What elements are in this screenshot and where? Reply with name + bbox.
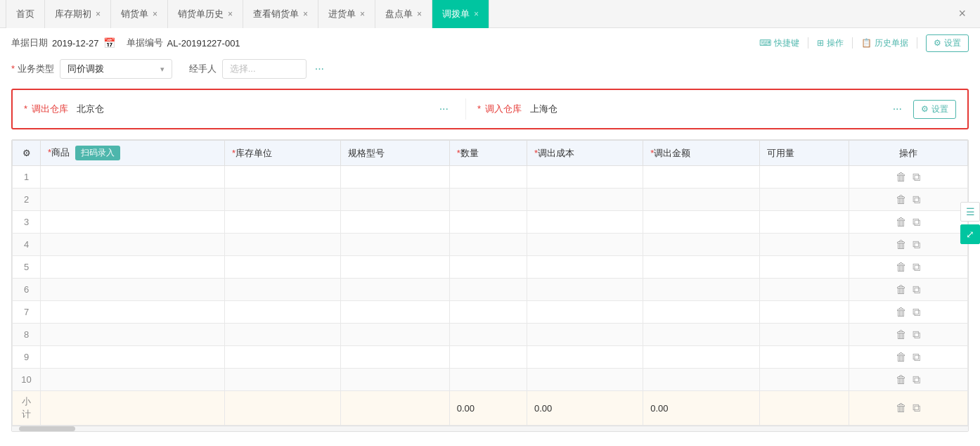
cost-cell[interactable] bbox=[527, 369, 643, 391]
copy-row-icon[interactable]: ⧉ bbox=[913, 306, 920, 318]
copy-row-icon[interactable]: ⧉ bbox=[913, 283, 920, 295]
tab-inventory-init[interactable]: 库存期初 × bbox=[45, 0, 111, 28]
spec-cell[interactable] bbox=[341, 324, 450, 346]
product-cell[interactable] bbox=[41, 234, 225, 256]
tab-sales-order-close[interactable]: × bbox=[153, 9, 157, 19]
scrollbar-thumb[interactable] bbox=[19, 426, 75, 431]
close-all-tabs[interactable]: × bbox=[950, 6, 974, 21]
qty-cell[interactable] bbox=[449, 346, 527, 369]
qty-cell[interactable] bbox=[449, 166, 527, 189]
product-cell[interactable] bbox=[41, 324, 225, 346]
shortcuts-btn[interactable]: ⌨ 快捷键 bbox=[759, 37, 799, 49]
tab-sales-order[interactable]: 销货单 × bbox=[111, 0, 168, 28]
available-cell[interactable] bbox=[759, 256, 849, 279]
product-cell[interactable] bbox=[41, 211, 225, 234]
warehouse-in-more-btn[interactable]: ··· bbox=[887, 103, 908, 115]
available-cell[interactable] bbox=[759, 234, 849, 256]
available-cell[interactable] bbox=[759, 369, 849, 391]
delete-icon[interactable]: 🗑 bbox=[896, 402, 907, 414]
tab-sales-history[interactable]: 销货单历史 × bbox=[168, 0, 243, 28]
amount-cell[interactable] bbox=[643, 189, 759, 211]
settings-button[interactable]: ⚙ 设置 bbox=[926, 34, 969, 52]
amount-cell[interactable] bbox=[643, 256, 759, 279]
tab-purchase-order-close[interactable]: × bbox=[360, 9, 365, 19]
copy-row-icon[interactable]: ⧉ bbox=[913, 171, 920, 183]
spec-cell[interactable] bbox=[341, 189, 450, 211]
amount-cell[interactable] bbox=[643, 346, 759, 369]
amount-cell[interactable] bbox=[643, 301, 759, 324]
cost-cell[interactable] bbox=[527, 256, 643, 279]
unit-cell[interactable] bbox=[224, 189, 340, 211]
spec-cell[interactable] bbox=[341, 234, 450, 256]
product-cell[interactable] bbox=[41, 279, 225, 301]
tab-view-sales[interactable]: 查看销货单 × bbox=[243, 0, 318, 28]
delete-row-icon[interactable]: 🗑 bbox=[896, 329, 907, 340]
calendar-icon[interactable]: 📅 bbox=[103, 37, 115, 49]
product-cell[interactable] bbox=[41, 369, 225, 391]
cost-cell[interactable] bbox=[527, 346, 643, 369]
qty-cell[interactable] bbox=[449, 369, 527, 391]
tab-home[interactable]: 首页 bbox=[6, 0, 45, 28]
available-cell[interactable] bbox=[759, 301, 849, 324]
qty-cell[interactable] bbox=[449, 234, 527, 256]
cost-cell[interactable] bbox=[527, 211, 643, 234]
copy-row-icon[interactable]: ⧉ bbox=[913, 261, 920, 273]
cost-cell[interactable] bbox=[527, 166, 643, 189]
available-cell[interactable] bbox=[759, 346, 849, 369]
delete-row-icon[interactable]: 🗑 bbox=[896, 216, 907, 228]
product-cell[interactable] bbox=[41, 301, 225, 324]
available-cell[interactable] bbox=[759, 211, 849, 234]
qty-cell[interactable] bbox=[449, 301, 527, 324]
history-btn[interactable]: 📋 历史单据 bbox=[861, 37, 908, 49]
spec-cell[interactable] bbox=[341, 301, 450, 324]
copy-row-icon[interactable]: ⧉ bbox=[913, 238, 920, 250]
tab-transfer[interactable]: 调拨单 × bbox=[432, 0, 489, 28]
tab-view-sales-close[interactable]: × bbox=[303, 9, 308, 19]
warehouse-settings-btn[interactable]: ⚙ 设置 bbox=[913, 100, 956, 119]
amount-cell[interactable] bbox=[643, 234, 759, 256]
qty-cell[interactable] bbox=[449, 324, 527, 346]
amount-cell[interactable] bbox=[643, 211, 759, 234]
available-cell[interactable] bbox=[759, 166, 849, 189]
delete-row-icon[interactable]: 🗑 bbox=[896, 306, 907, 318]
cost-cell[interactable] bbox=[527, 279, 643, 301]
delete-row-icon[interactable]: 🗑 bbox=[896, 374, 907, 386]
cost-cell[interactable] bbox=[527, 234, 643, 256]
tab-sales-history-close[interactable]: × bbox=[228, 9, 233, 19]
delete-row-icon[interactable]: 🗑 bbox=[896, 351, 907, 363]
warehouse-out-more-btn[interactable]: ··· bbox=[434, 103, 454, 115]
tab-transfer-close[interactable]: × bbox=[474, 9, 479, 19]
cost-cell[interactable] bbox=[527, 324, 643, 346]
qty-cell[interactable] bbox=[449, 189, 527, 211]
tab-stocktake-close[interactable]: × bbox=[417, 9, 422, 19]
unit-cell[interactable] bbox=[224, 346, 340, 369]
handler-more-btn[interactable]: ··· bbox=[312, 63, 327, 75]
float-expand-btn[interactable]: ⤢ bbox=[960, 224, 980, 244]
available-cell[interactable] bbox=[759, 189, 849, 211]
copy-row-icon[interactable]: ⧉ bbox=[913, 193, 920, 205]
qty-cell[interactable] bbox=[449, 211, 527, 234]
unit-cell[interactable] bbox=[224, 211, 340, 234]
product-cell[interactable] bbox=[41, 256, 225, 279]
copy-row-icon[interactable]: ⧉ bbox=[913, 329, 920, 340]
product-cell[interactable] bbox=[41, 346, 225, 369]
spec-cell[interactable] bbox=[341, 211, 450, 234]
available-cell[interactable] bbox=[759, 324, 849, 346]
spec-cell[interactable] bbox=[341, 369, 450, 391]
available-cell[interactable] bbox=[759, 279, 849, 301]
tab-inventory-init-close[interactable]: × bbox=[96, 9, 101, 19]
unit-cell[interactable] bbox=[224, 324, 340, 346]
operations-btn[interactable]: ⊞ 操作 bbox=[817, 37, 844, 49]
delete-row-icon[interactable]: 🗑 bbox=[896, 238, 907, 250]
col-gear[interactable]: ⚙ bbox=[13, 141, 41, 166]
unit-cell[interactable] bbox=[224, 234, 340, 256]
amount-cell[interactable] bbox=[643, 279, 759, 301]
delete-row-icon[interactable]: 🗑 bbox=[896, 171, 907, 183]
tab-stocktake[interactable]: 盘点单 × bbox=[375, 0, 432, 28]
copy-row-icon[interactable]: ⧉ bbox=[913, 351, 920, 363]
spec-cell[interactable] bbox=[341, 166, 450, 189]
unit-cell[interactable] bbox=[224, 256, 340, 279]
delete-row-icon[interactable]: 🗑 bbox=[896, 283, 907, 295]
copy-icon[interactable]: ⧉ bbox=[913, 402, 920, 414]
qty-cell[interactable] bbox=[449, 279, 527, 301]
